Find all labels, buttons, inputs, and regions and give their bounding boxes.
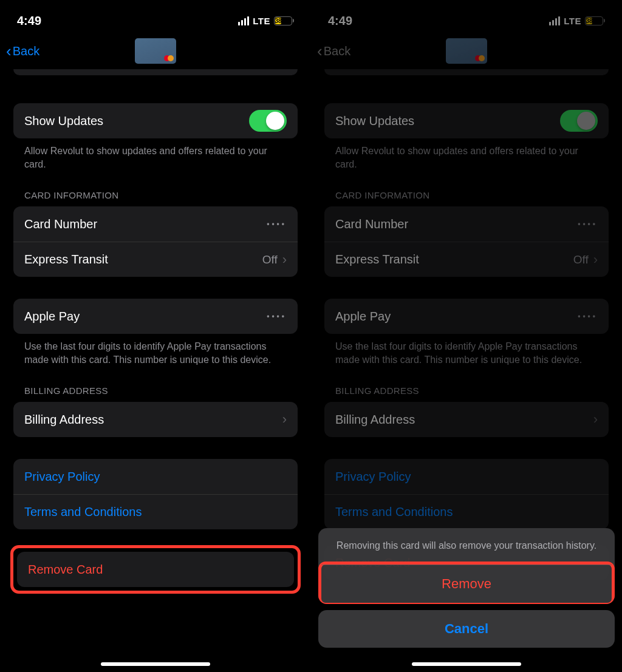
- cellular-signal-icon: [238, 16, 249, 25]
- status-right: LTE 38: [549, 16, 605, 26]
- card-thumbnail-icon[interactable]: [135, 38, 176, 64]
- screen-left: 4:49 LTE 38 ‹ Back Show Updates Allow Re…: [0, 0, 311, 672]
- remove-card-label: Remove Card: [28, 563, 283, 577]
- apple-pay-mask-icon: ••••: [578, 312, 598, 321]
- show-updates-row[interactable]: Show Updates: [13, 103, 298, 138]
- battery-percent: 38: [275, 18, 281, 24]
- home-indicator[interactable]: [101, 662, 210, 666]
- highlight-remove-card: Remove Card: [10, 545, 301, 594]
- billing-address-row[interactable]: Billing Address ›: [13, 402, 298, 437]
- back-label: Back: [13, 44, 39, 58]
- show-updates-toggle: [560, 110, 598, 132]
- show-updates-row: Show Updates: [324, 103, 609, 138]
- chevron-right-icon: ›: [282, 412, 287, 427]
- status-time: 4:49: [17, 14, 41, 28]
- apple-pay-row[interactable]: Apple Pay ••••: [13, 299, 298, 334]
- show-updates-label: Show Updates: [335, 114, 560, 128]
- show-updates-footer: Allow Revolut to show updates and offers…: [324, 138, 609, 171]
- apple-pay-group: Apple Pay ••••: [324, 299, 609, 334]
- apple-pay-mask-icon: ••••: [267, 312, 287, 321]
- chevron-right-icon: ›: [593, 252, 598, 268]
- links-group: Privacy Policy Terms and Conditions: [324, 459, 609, 529]
- apple-pay-label: Apple Pay: [24, 310, 267, 324]
- remove-card-row[interactable]: Remove Card: [17, 552, 294, 587]
- billing-group: Billing Address ›: [13, 402, 298, 437]
- back-button[interactable]: ‹ Back: [6, 43, 39, 59]
- previous-group-stub: [324, 69, 609, 75]
- chevron-right-icon: ›: [593, 412, 598, 427]
- card-number-row: Card Number ••••: [324, 206, 609, 242]
- terms-row[interactable]: Terms and Conditions: [13, 494, 298, 529]
- action-sheet: Removing this card will also remove your…: [318, 528, 615, 648]
- card-number-row[interactable]: Card Number ••••: [13, 206, 298, 242]
- card-thumbnail-icon: [446, 38, 487, 64]
- chevron-right-icon: ›: [282, 252, 287, 268]
- terms-row: Terms and Conditions: [324, 494, 609, 529]
- network-type: LTE: [564, 16, 581, 26]
- remove-card-group: Remove Card: [17, 552, 294, 587]
- nav-bar: ‹ Back: [0, 33, 311, 69]
- content: Show Updates Allow Revolut to show updat…: [0, 69, 311, 594]
- nav-bar: ‹ Back: [311, 33, 622, 69]
- billing-label: Billing Address: [24, 413, 282, 427]
- privacy-policy-row[interactable]: Privacy Policy: [13, 459, 298, 494]
- status-right: LTE 38: [238, 16, 294, 26]
- chevron-left-icon: ‹: [6, 43, 12, 59]
- privacy-policy-label: Privacy Policy: [24, 470, 287, 484]
- card-info-group: Card Number •••• Express Transit Off ›: [324, 206, 609, 277]
- apple-pay-group: Apple Pay ••••: [13, 299, 298, 334]
- billing-group: Billing Address ›: [324, 402, 609, 437]
- apple-pay-footer: Use the last four digits to identify App…: [13, 334, 298, 366]
- cancel-button[interactable]: Cancel: [318, 610, 615, 648]
- show-updates-group: Show Updates: [13, 103, 298, 138]
- apple-pay-label: Apple Pay: [335, 310, 578, 324]
- back-label: Back: [324, 44, 350, 58]
- express-transit-row: Express Transit Off ›: [324, 242, 609, 277]
- card-info-header: CARD INFORMATION: [13, 171, 298, 206]
- express-transit-row[interactable]: Express Transit Off ›: [13, 242, 298, 277]
- battery-icon: 38: [274, 16, 294, 25]
- privacy-policy-row: Privacy Policy: [324, 459, 609, 494]
- chevron-left-icon: ‹: [317, 43, 323, 59]
- card-number-label: Card Number: [335, 217, 578, 231]
- card-number-label: Card Number: [24, 217, 267, 231]
- express-transit-label: Express Transit: [24, 253, 262, 266]
- cellular-signal-icon: [549, 16, 560, 25]
- privacy-policy-label: Privacy Policy: [335, 470, 598, 484]
- show-updates-footer: Allow Revolut to show updates and offers…: [13, 138, 298, 171]
- terms-label: Terms and Conditions: [335, 505, 598, 519]
- status-time: 4:49: [328, 14, 352, 28]
- previous-group-stub: [13, 69, 298, 75]
- network-type: LTE: [253, 16, 270, 26]
- card-number-mask-icon: ••••: [578, 220, 598, 228]
- billing-header: BILLING ADDRESS: [13, 366, 298, 402]
- billing-header: BILLING ADDRESS: [324, 366, 609, 402]
- show-updates-label: Show Updates: [24, 114, 249, 128]
- home-indicator[interactable]: [412, 662, 521, 666]
- highlight-remove-button: Remove: [318, 562, 615, 604]
- express-transit-label: Express Transit: [335, 253, 573, 266]
- card-info-group: Card Number •••• Express Transit Off ›: [13, 206, 298, 277]
- links-group: Privacy Policy Terms and Conditions: [13, 459, 298, 529]
- remove-button[interactable]: Remove: [321, 565, 612, 603]
- back-button: ‹ Back: [317, 43, 350, 59]
- battery-percent: 38: [586, 18, 592, 24]
- sheet-message: Removing this card will also remove your…: [318, 528, 615, 563]
- sheet-main-group: Removing this card will also remove your…: [318, 528, 615, 604]
- terms-label: Terms and Conditions: [24, 505, 287, 519]
- battery-icon: 38: [585, 16, 605, 25]
- status-bar: 4:49 LTE 38: [0, 0, 311, 33]
- apple-pay-row: Apple Pay ••••: [324, 299, 609, 334]
- content-dimmed: Show Updates Allow Revolut to show updat…: [311, 69, 622, 580]
- card-number-mask-icon: ••••: [267, 220, 287, 228]
- show-updates-group: Show Updates: [324, 103, 609, 138]
- status-bar: 4:49 LTE 38: [311, 0, 622, 33]
- billing-address-row: Billing Address ›: [324, 402, 609, 437]
- card-info-header: CARD INFORMATION: [324, 171, 609, 206]
- screen-right: 4:49 LTE 38 ‹ Back Show Updates Allow Re…: [311, 0, 622, 672]
- billing-label: Billing Address: [335, 413, 593, 427]
- express-transit-value: Off: [262, 253, 278, 266]
- express-transit-value: Off: [573, 253, 589, 266]
- show-updates-toggle[interactable]: [249, 110, 287, 132]
- apple-pay-footer: Use the last four digits to identify App…: [324, 334, 609, 366]
